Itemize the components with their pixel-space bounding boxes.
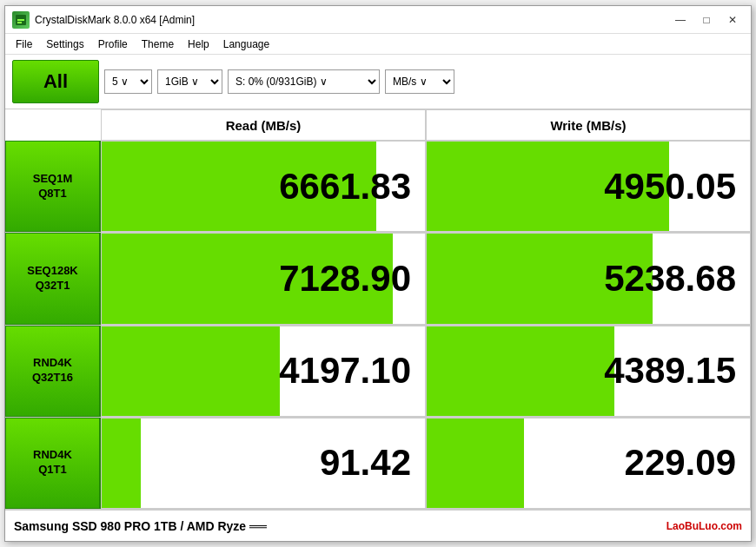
row-label-rnd4k-q1t1: RND4K Q1T1	[5, 418, 101, 509]
minimize-button[interactable]: —	[669, 11, 692, 29]
toolbar: All 5 ∨ 1GiB ∨ S: 0% (0/931GiB) ∨ MB/s ∨	[5, 55, 751, 109]
status-bar: Samsung SSD 980 PRO 1TB / AMD Ryze ══ La…	[5, 510, 751, 541]
menu-help[interactable]: Help	[181, 36, 216, 52]
menu-language[interactable]: Language	[216, 36, 276, 52]
title-controls: — □ ✕	[669, 11, 744, 29]
status-text: Samsung SSD 980 PRO 1TB / AMD Ryze ══	[14, 519, 267, 533]
title-bar: CrystalDiskMark 8.0.0 x64 [Admin] — □ ✕	[5, 6, 751, 34]
rnd4k-q1t1-read-cell: 91.42	[101, 418, 426, 509]
table-row: RND4K Q32T16 4197.10 4389.15	[5, 326, 751, 418]
size-select[interactable]: 1GiB ∨	[157, 69, 222, 94]
header-empty	[5, 109, 101, 141]
svg-rect-1	[17, 19, 24, 21]
app-icon	[12, 11, 30, 29]
seq1m-write-cell: 4950.05	[426, 141, 751, 232]
table-row: SEQ1M Q8T1 6661.83 4950.05	[5, 141, 751, 233]
title-bar-left: CrystalDiskMark 8.0.0 x64 [Admin]	[12, 11, 195, 29]
rnd4k-q32t16-write-cell: 4389.15	[426, 326, 751, 417]
main-window: CrystalDiskMark 8.0.0 x64 [Admin] — □ ✕ …	[4, 5, 752, 542]
all-button[interactable]: All	[12, 60, 99, 103]
svg-rect-2	[17, 22, 22, 23]
status-arrow: ══	[249, 519, 267, 533]
unit-select[interactable]: MB/s ∨	[385, 69, 454, 94]
row-label-rnd4k-q32t16: RND4K Q32T16	[5, 326, 101, 417]
rnd4k-q32t16-read-cell: 4197.10	[101, 326, 426, 417]
row-label-seq1m: SEQ1M Q8T1	[5, 141, 101, 232]
menu-file[interactable]: File	[9, 36, 39, 52]
menu-profile[interactable]: Profile	[91, 36, 135, 52]
row-label-seq128k: SEQ128K Q32T1	[5, 233, 101, 324]
drive-select[interactable]: S: 0% (0/931GiB) ∨	[228, 69, 380, 94]
header-row: Read (MB/s) Write (MB/s)	[5, 109, 751, 141]
close-button[interactable]: ✕	[721, 11, 744, 29]
watermark: LaoBuLuo.com	[666, 520, 742, 532]
seq128k-write-cell: 5238.68	[426, 233, 751, 324]
table-row: SEQ128K Q32T1 7128.90 5238.68	[5, 233, 751, 325]
rnd4k-q1t1-write-cell: 229.09	[426, 418, 751, 509]
seq128k-read-cell: 7128.90	[101, 233, 426, 324]
header-write: Write (MB/s)	[426, 109, 751, 141]
maximize-button[interactable]: □	[695, 11, 718, 29]
header-read: Read (MB/s)	[101, 109, 426, 141]
main-content: Read (MB/s) Write (MB/s) SEQ1M Q8T1 6661…	[5, 109, 751, 510]
menu-settings[interactable]: Settings	[39, 36, 90, 52]
count-select[interactable]: 5 ∨	[104, 69, 152, 94]
seq1m-read-cell: 6661.83	[101, 141, 426, 232]
table-row: RND4K Q1T1 91.42 229.09	[5, 418, 751, 510]
window-title: CrystalDiskMark 8.0.0 x64 [Admin]	[35, 14, 195, 26]
menu-bar: File Settings Profile Theme Help Languag…	[5, 34, 751, 55]
menu-theme[interactable]: Theme	[135, 36, 181, 52]
